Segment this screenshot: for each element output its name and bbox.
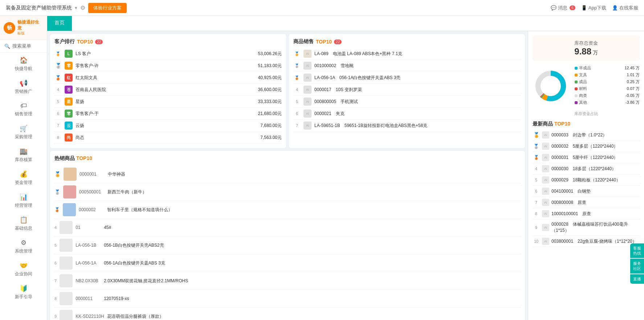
sidebar-item-quick-nav[interactable]: 🏠 快捷导航 bbox=[0, 53, 47, 75]
prod-name-3: LA-056-1A 056-1A白色按键开关盖ABS 3壳 bbox=[314, 75, 521, 81]
table-row: 8 尚 尚态 7,563.00元 bbox=[54, 132, 282, 144]
hot-prod-name-1: 中华神器 bbox=[108, 171, 521, 177]
new-rank-8: 8 bbox=[533, 212, 540, 216]
purchase-icon: 🛒 bbox=[20, 124, 28, 132]
float-live-button[interactable]: 直播 bbox=[630, 274, 644, 284]
top-bar-left: 装备及固定资产辅助管理系统 ▾ ⚙ 体验行业方案 bbox=[6, 3, 546, 13]
new-rank-2: 🥈 bbox=[533, 144, 540, 149]
prod-rank-7: 7 bbox=[293, 123, 301, 128]
prod-img-1: Ai bbox=[303, 50, 311, 58]
sidebar-search[interactable]: 🔍 搜索菜单 bbox=[0, 40, 47, 53]
prod-name-4: 0000017 10S 变刹罗渠 bbox=[314, 87, 521, 93]
base-icon: 📋 bbox=[20, 216, 28, 224]
online-service-button[interactable]: 👤 在线客服 bbox=[612, 5, 638, 11]
settings-icon[interactable]: ⚙ bbox=[80, 4, 85, 11]
sidebar-item-base[interactable]: 📋 基础信息 bbox=[0, 212, 47, 235]
list-item: 5 Ai 0000029 18颗粒板（1220*2440） bbox=[533, 175, 640, 186]
new-prod-img-7: Ai bbox=[542, 199, 549, 206]
sidebar-item-guide[interactable]: 🔰 新手引导 bbox=[0, 281, 47, 304]
sidebar-item-finance[interactable]: 💰 资金管理 bbox=[0, 167, 47, 189]
new-prod-info-1: 0000033 封边带（1.0*22） bbox=[551, 132, 640, 138]
float-community-button[interactable]: 服务 社区 bbox=[630, 259, 644, 274]
new-rank-4: 4 bbox=[533, 167, 540, 171]
messages-button[interactable]: 💬 消息 6 bbox=[551, 5, 575, 11]
list-item: 7 NB2.0X30B 2.0X30MM双搓花轴,搓花直径2.1MM/ROHS bbox=[54, 272, 521, 290]
layout: 畅 畅捷通好生意 标版 🔍 搜索菜单 🏠 快捷导航 📢 营销推广 🏷 销售管理 … bbox=[0, 16, 644, 320]
list-item: 4 Ai 0000030 18多层（1220*2440） bbox=[533, 163, 640, 175]
new-prod-info-9: 0000028 体械嘉核味苏打饮品400毫升（1*15） bbox=[551, 221, 640, 234]
rank-badge-3: 红 bbox=[65, 74, 73, 82]
rank-num-8: 8 bbox=[54, 135, 62, 140]
sidebar: 畅 畅捷通好生意 标版 🔍 搜索菜单 🏠 快捷导航 📢 营销推广 🏷 销售管理 … bbox=[0, 16, 47, 320]
product-ranking-top: TOP10 bbox=[316, 39, 332, 45]
new-prod-info-5: 0000029 18颗粒板（1220*2440） bbox=[551, 177, 640, 183]
sidebar-item-system[interactable]: ⚙ 系统管理 bbox=[0, 235, 47, 258]
search-label: 搜索菜单 bbox=[12, 43, 31, 49]
table-row: 🥉 红 红太阳文具 40,925.00元 bbox=[54, 72, 282, 84]
sidebar-item-purchase[interactable]: 🛒 采购管理 bbox=[0, 121, 47, 144]
new-prod-info-2: 0000032 5厘多层（1220*2440） bbox=[551, 143, 640, 149]
top-bar-right: 💬 消息 6 📱 App下载 👤 在线客服 bbox=[551, 5, 638, 11]
inventory-total-unit: 万 bbox=[593, 50, 598, 56]
system-label: 系统管理 bbox=[15, 248, 32, 254]
sidebar-item-marketing[interactable]: 📢 营销推广 bbox=[0, 75, 47, 98]
legend-label-4: 材料 bbox=[579, 86, 625, 91]
inventory-total-label: 库存总资金 bbox=[537, 40, 635, 46]
sidebar-item-sales[interactable]: 🏷 销售管理 bbox=[0, 98, 47, 121]
hot-rank-5: 5 bbox=[54, 243, 57, 247]
operation-icon: 📊 bbox=[20, 193, 28, 201]
sidebar-item-inventory[interactable]: 🏬 库存核算 bbox=[0, 144, 47, 167]
customer-name-1: LS 客户 bbox=[76, 51, 246, 57]
new-rank-9: 9 bbox=[533, 225, 540, 230]
purchase-label: 采购管理 bbox=[15, 134, 32, 140]
new-prod-info-4: 0000030 18多层（1220*2440） bbox=[551, 166, 640, 172]
legend-item-6: 其他 -3.86 万 bbox=[575, 100, 640, 105]
dropdown-icon[interactable]: ▾ bbox=[75, 5, 77, 11]
legend-item-5: 肉类 -0.05 万 bbox=[575, 93, 640, 98]
chart-sub-label: 库存资金占比 bbox=[533, 111, 640, 116]
legend-dot-3 bbox=[575, 81, 578, 83]
new-prod-img-1: Ai bbox=[542, 131, 549, 139]
new-prod-img-10: Ai bbox=[542, 238, 549, 245]
list-item: 🥉 Ai 0000031 5厘中纤（1220*2440） bbox=[533, 152, 640, 163]
sidebar-item-enterprise[interactable]: 🤝 企业协同 bbox=[0, 258, 47, 281]
prod-img-4: Ai bbox=[303, 86, 311, 94]
app-download-button[interactable]: 📱 App下载 bbox=[581, 5, 606, 11]
new-prod-img-9: Ai bbox=[542, 224, 549, 231]
sidebar-item-operation[interactable]: 📊 经营管理 bbox=[0, 189, 47, 212]
system-name: 装备及固定资产辅助管理系统 bbox=[6, 5, 72, 11]
tab-home[interactable]: 首页 bbox=[47, 16, 72, 31]
hot-prod-name-7: 2.0X30MM双搓花轴,搓花直径2.1MM/ROHS bbox=[104, 278, 521, 284]
sales-label: 销售管理 bbox=[15, 111, 32, 117]
new-prod-img-2: Ai bbox=[542, 143, 549, 150]
message-label: 消息 bbox=[558, 5, 567, 11]
legend-label-1: 半成品 bbox=[579, 65, 623, 71]
float-hotline-button[interactable]: 客服 热线 bbox=[630, 243, 644, 258]
table-row: 5 星 星扬 33,333.00元 bbox=[54, 96, 282, 108]
list-item: 5 LA-056-1B 056-1B白色按键开关壳ABS2壳 bbox=[54, 237, 521, 254]
list-item: 10 Ai 003800001 22g鱼豆腐-烧烤味（1*12*20） bbox=[533, 236, 640, 247]
finance-label: 资金管理 bbox=[15, 180, 32, 186]
customer-name-6: 零售客户-于 bbox=[76, 111, 246, 117]
hot-prod-name-6: 056-1A白色按键开关盖ABS 3克 bbox=[104, 260, 521, 266]
legend-item-3: 成品 0.25 万 bbox=[575, 79, 640, 85]
legend-dot-4 bbox=[575, 87, 578, 90]
float-service: 客服 热线 服务 社区 直播 bbox=[630, 243, 644, 284]
main-content: 首页 客户排行 TOP10 22 � bbox=[47, 16, 644, 320]
customer-ranking-title: 客户排行 bbox=[54, 38, 75, 45]
customer-name-5: 星扬 bbox=[76, 99, 246, 105]
prod-img-3: Ai bbox=[303, 74, 311, 82]
customer-amount-6: 21,680.00元 bbox=[249, 111, 282, 117]
legend-label-2: 文具 bbox=[579, 72, 625, 78]
rank-num-2: 🥈 bbox=[54, 63, 62, 69]
hot-prod-name-9: 花语萌佰温分腿裤袋（厚款） bbox=[107, 313, 521, 320]
legend-dot-6 bbox=[575, 101, 578, 104]
trial-button[interactable]: 体验行业方案 bbox=[88, 3, 127, 13]
legend-label-6: 其他 bbox=[579, 100, 624, 105]
logo-area: 畅 畅捷通好生意 标版 bbox=[0, 16, 47, 40]
hot-prod-thumb-8 bbox=[60, 292, 73, 305]
legend-dot-1 bbox=[575, 67, 578, 70]
list-item: 🥈 Ai 0000032 5厘多层（1220*2440） bbox=[533, 141, 640, 152]
inventory-total-display: 9.88 万 bbox=[537, 46, 635, 57]
hot-prod-code-3: 0000002 bbox=[79, 207, 104, 212]
